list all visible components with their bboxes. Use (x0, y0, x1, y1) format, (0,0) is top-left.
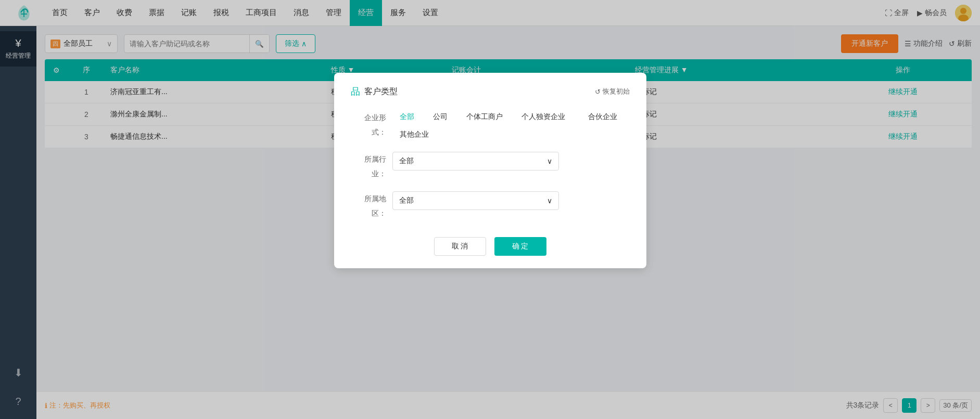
modal-title-icon: 品 (351, 85, 360, 98)
option-sole[interactable]: 个人独资企业 (514, 110, 572, 124)
region-arrow-icon: ∨ (547, 197, 552, 205)
option-individual[interactable]: 个体工商户 (459, 110, 510, 124)
region-form-row: 所属地区： 全部 ∨ (351, 191, 630, 220)
modal-header: 品 客户类型 ↺ 恢复初始 (351, 85, 630, 98)
reset-icon: ↺ (595, 88, 601, 96)
modal-reset-button[interactable]: ↺ 恢复初始 (595, 87, 630, 96)
modal-title: 品 客户类型 (351, 85, 398, 98)
option-other[interactable]: 其他企业 (392, 128, 436, 141)
region-label: 所属地区： (351, 191, 392, 220)
modal-footer: 取 消 确 定 (351, 237, 630, 256)
option-partnership[interactable]: 合伙企业 (581, 110, 625, 124)
enterprise-form-row: 企业形式： 全部 公司 个体工商户 个人独资企业 合伙企业 其他企业 (351, 110, 630, 141)
enterprise-label: 企业形式： (351, 110, 392, 139)
industry-label: 所属行业： (351, 152, 392, 181)
region-select[interactable]: 全部 ∨ (392, 191, 559, 210)
industry-select[interactable]: 全部 ∨ (392, 152, 559, 171)
cancel-button[interactable]: 取 消 (434, 237, 486, 256)
region-content: 全部 ∨ (392, 191, 630, 210)
modal-body: 企业形式： 全部 公司 个体工商户 个人独资企业 合伙企业 其他企业 所属行业： (351, 110, 630, 220)
industry-content: 全部 ∨ (392, 152, 630, 171)
enterprise-options: 全部 公司 个体工商户 个人独资企业 合伙企业 其他企业 (392, 110, 630, 141)
enterprise-tag-group: 全部 公司 个体工商户 个人独资企业 合伙企业 其他企业 (392, 110, 630, 141)
filter-modal: 品 客户类型 ↺ 恢复初始 企业形式： 全部 公司 个体工商户 个人独资企业 (334, 73, 646, 268)
option-all[interactable]: 全部 (392, 110, 422, 124)
modal-overlay[interactable]: 品 客户类型 ↺ 恢复初始 企业形式： 全部 公司 个体工商户 个人独资企业 (0, 0, 980, 419)
industry-form-row: 所属行业： 全部 ∨ (351, 152, 630, 181)
industry-arrow-icon: ∨ (547, 157, 552, 165)
option-company[interactable]: 公司 (426, 110, 455, 124)
confirm-button[interactable]: 确 定 (494, 237, 546, 256)
